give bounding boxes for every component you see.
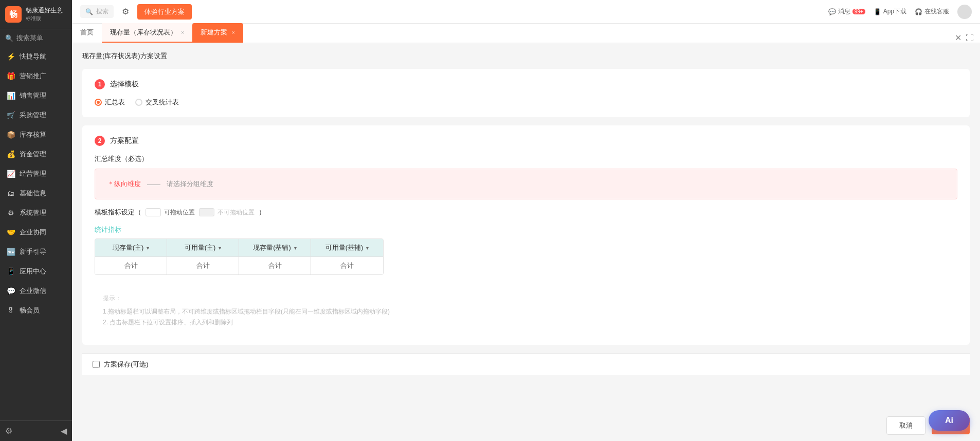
save-label: 方案保存(可选) <box>104 360 149 369</box>
sidebar-item-inventory[interactable]: 📦 库存核算 <box>0 125 72 144</box>
wechat-icon: 💬 <box>6 286 15 296</box>
radio-cross-dot <box>135 99 142 106</box>
tab-new-scheme-close[interactable]: × <box>231 29 234 35</box>
stats-col-3-body: 合计 <box>311 257 383 274</box>
enterprise-icon: 🤝 <box>6 228 15 237</box>
trial-btn[interactable]: 体验行业方案 <box>137 4 192 20</box>
sidebar-item-purchase[interactable]: 🛒 采购管理 <box>0 105 72 125</box>
sidebar-item-system[interactable]: ⚙ 系统管理 <box>0 203 72 223</box>
col-3-chevron[interactable]: ▾ <box>366 245 369 251</box>
main-area: 🔍 搜索 ⚙ 体验行业方案 💬 消息 99+ 📱 App下载 🎧 在线客服 <box>72 0 980 441</box>
purchase-icon: 🛒 <box>6 111 15 120</box>
sidebar-item-finance[interactable]: 💰 资金管理 <box>0 144 72 164</box>
sidebar-nav: ⚡ 快捷导航 🎁 营销推广 📊 销售管理 🛒 采购管理 📦 库存核算 💰 资金管… <box>0 47 72 420</box>
stats-col-3-header[interactable]: 可用量(基辅) ▾ <box>311 239 383 257</box>
hint-item-0: 1.拖动标题栏可以调整布局，不可跨维度或指标区域拖动栏目字段(只能在同一维度或指… <box>103 306 949 318</box>
dimension-row: ＊纵向维度 —— 请选择分组维度 <box>107 179 945 189</box>
step2-badge: 2 <box>95 136 105 146</box>
tab-new-scheme[interactable]: 新建方案 × <box>192 23 243 43</box>
stats-col-0-header[interactable]: 现存量(主) ▾ <box>95 239 167 257</box>
sidebar-item-operations[interactable]: 📈 经营管理 <box>0 164 72 183</box>
sidebar-item-marketing[interactable]: 🎁 营销推广 <box>0 66 72 86</box>
sidebar-collapse-icon[interactable]: ◀ <box>61 426 67 436</box>
radio-cross[interactable]: 交叉统计表 <box>135 98 179 107</box>
radio-summary[interactable]: 汇总表 <box>95 98 125 107</box>
vertical-dimension-label: ＊纵向维度 <box>107 179 141 189</box>
step1-badge: 1 <box>95 79 105 89</box>
tabs-bar: 首页 现存量（库存状况表） × 新建方案 × ✕ ⛶ <box>72 24 980 43</box>
col-1-chevron[interactable]: ▾ <box>219 245 221 251</box>
quick-nav-icon: ⚡ <box>6 52 15 61</box>
summary-dimension-title: 汇总维度（必选） <box>95 154 957 163</box>
sidebar-item-guide[interactable]: 🆕 新手引导 <box>0 242 72 262</box>
logo-icon: 畅 <box>5 6 22 23</box>
tab-home[interactable]: 首页 <box>72 23 102 43</box>
template-radio-group: 汇总表 交叉统计表 <box>95 98 957 107</box>
window-close-icon[interactable]: ✕ <box>955 33 961 43</box>
topbar: 🔍 搜索 ⚙ 体验行业方案 💬 消息 99+ 📱 App下载 🎧 在线客服 <box>72 0 980 24</box>
stats-col-2-header[interactable]: 现存量(基辅) ▾ <box>239 239 311 257</box>
tab-inventory-close[interactable]: × <box>181 29 184 35</box>
footer-actions: 取消 查询 <box>72 410 980 441</box>
stats-col-1: 可用量(主) ▾ 合计 <box>167 239 239 274</box>
draggable-toggle[interactable]: 可拖动位置 <box>146 208 195 217</box>
stats-col-3: 可用量(基辅) ▾ 合计 <box>311 239 383 274</box>
search-icon: 🔍 <box>5 34 13 42</box>
topbar-search-icon: 🔍 <box>85 8 93 15</box>
metrics-config-label: 模板指标设定（ 可拖动位置 不可拖动位置 ） <box>95 208 957 217</box>
topbar-online-service[interactable]: 🎧 在线客服 <box>915 7 949 16</box>
sidebar-logo: 畅 畅康通好生意 标准版 <box>0 0 72 29</box>
save-section: 方案保存(可选) <box>82 353 970 375</box>
step2-title: 方案配置 <box>110 136 139 145</box>
stats-table: 现存量(主) ▾ 合计 可用量(主) ▾ 合计 <box>95 238 384 275</box>
topbar-app-download[interactable]: 📱 App下载 <box>874 7 906 16</box>
ai-float-button[interactable]: Ai <box>929 410 970 431</box>
guide-icon: 🆕 <box>6 247 15 256</box>
stats-section-label: 统计指标 <box>95 225 957 234</box>
dimension-placeholder[interactable]: 请选择分组维度 <box>167 179 213 189</box>
tab-inventory-status[interactable]: 现存量（库存状况表） × <box>102 23 192 43</box>
sidebar-item-basic-info[interactable]: 🗂 基础信息 <box>0 183 72 203</box>
stats-col-1-body: 合计 <box>167 257 239 274</box>
step1-card: 1 选择模板 汇总表 交叉统计表 <box>82 69 970 117</box>
step2-header: 2 方案配置 <box>95 136 957 146</box>
col-0-chevron[interactable]: ▾ <box>147 245 149 251</box>
sidebar-settings-icon[interactable]: ⚙ <box>5 426 12 436</box>
topbar-search[interactable]: 🔍 搜索 <box>80 5 114 18</box>
stats-col-1-header[interactable]: 可用量(主) ▾ <box>167 239 239 257</box>
topbar-message[interactable]: 💬 消息 99+ <box>828 7 865 16</box>
system-icon: ⚙ <box>6 208 15 217</box>
topbar-settings-icon[interactable]: ⚙ <box>122 7 129 16</box>
topbar-right: 💬 消息 99+ 📱 App下载 🎧 在线客服 <box>828 5 972 19</box>
sidebar-item-quick-nav[interactable]: ⚡ 快捷导航 <box>0 47 72 66</box>
hint-item-1: 2. 点击标题栏下拉可设置排序、插入列和删除列 <box>103 317 949 328</box>
stats-col-0: 现存量(主) ▾ 合计 <box>95 239 167 274</box>
sidebar-item-wechat[interactable]: 💬 企业微信 <box>0 281 72 301</box>
sidebar-search-menu[interactable]: 🔍 搜索菜单 <box>0 29 72 47</box>
member-icon: 🎖 <box>6 306 15 315</box>
radio-summary-dot <box>95 99 102 106</box>
window-expand-icon[interactable]: ⛶ <box>966 33 974 43</box>
tabs-right-actions: ✕ ⛶ <box>955 33 980 43</box>
toggle-box <box>146 208 161 216</box>
save-checkbox[interactable] <box>93 361 100 368</box>
col-2-chevron[interactable]: ▾ <box>294 245 297 251</box>
sidebar-item-app[interactable]: 📱 应用中心 <box>0 262 72 281</box>
cancel-button[interactable]: 取消 <box>886 416 925 435</box>
sidebar-bottom: ⚙ ◀ <box>0 420 72 441</box>
user-avatar[interactable] <box>957 5 972 19</box>
stats-col-0-body: 合计 <box>95 257 167 274</box>
content-area: 现存量(库存状况表)方案设置 1 选择模板 汇总表 交叉统计表 2 <box>72 43 980 410</box>
app-icon: 📱 <box>6 267 15 276</box>
sidebar-item-sales[interactable]: 📊 销售管理 <box>0 86 72 105</box>
sidebar-item-enterprise[interactable]: 🤝 企业协同 <box>0 223 72 242</box>
dimension-area: ＊纵向维度 —— 请选择分组维度 <box>95 169 957 199</box>
basic-info-icon: 🗂 <box>6 189 15 198</box>
hint-area: 提示： 1.拖动标题栏可以调整布局，不可跨维度或指标区域拖动栏目字段(只能在同一… <box>95 287 957 335</box>
operations-icon: 📈 <box>6 169 15 178</box>
page-title: 现存量(库存状况表)方案设置 <box>82 51 970 61</box>
marketing-icon: 🎁 <box>6 71 15 81</box>
step1-header: 1 选择模板 <box>95 79 957 89</box>
sidebar-item-member[interactable]: 🎖 畅会员 <box>0 301 72 320</box>
stats-col-2-body: 合计 <box>239 257 311 274</box>
